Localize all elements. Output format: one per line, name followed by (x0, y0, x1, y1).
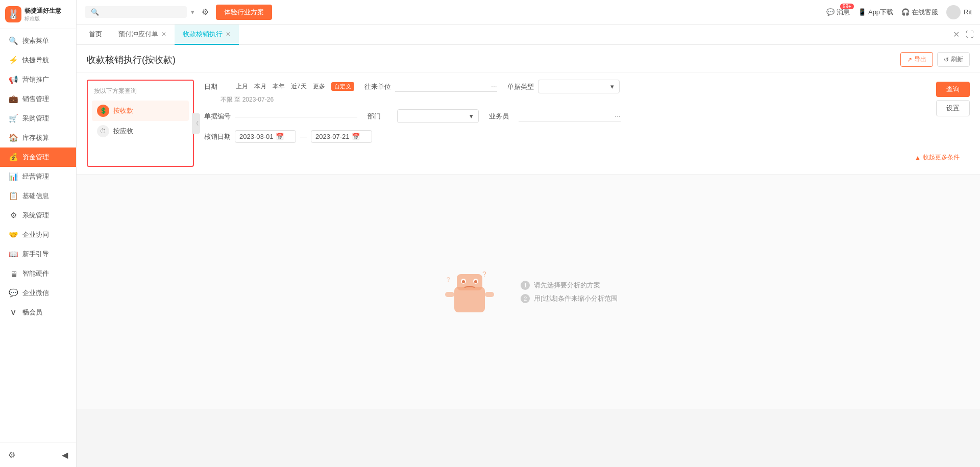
sidebar-item-wechat[interactable]: 💬 企业微信 (0, 283, 76, 303)
sidebar-item-collab[interactable]: 🤝 企业协同 (0, 225, 76, 244)
sidebar-settings-icon[interactable]: ⚙ (5, 448, 18, 462)
staff-group: 业务员 ··· (489, 111, 621, 121)
date-shortcut-this-year[interactable]: 本年 (271, 81, 287, 92)
setting-button[interactable]: 设置 (936, 100, 970, 116)
sidebar-item-hardware[interactable]: 🖥 智能硬件 (0, 264, 76, 283)
sidebar-item-operations[interactable]: 📊 经营管理 (0, 167, 76, 186)
date-shortcut-7days[interactable]: 近7天 (289, 81, 309, 92)
wechat-icon: 💬 (8, 288, 18, 298)
staff-label: 业务员 (489, 112, 514, 121)
filter-option-by-receipt[interactable]: 💲 按收款 (92, 101, 189, 121)
sidebar-item-purchase[interactable]: 🛒 采购管理 (0, 109, 76, 128)
query-button[interactable]: 查询 (936, 82, 970, 97)
svg-point-5 (474, 280, 477, 283)
tab-prepay-close[interactable]: ✕ (161, 31, 166, 38)
sidebar-item-quicknav[interactable]: ⚡ 快捷导航 (0, 51, 76, 70)
empty-tips: 1 请先选择要分析的方案 2 用[过滤]条件来缩小分析范围 (521, 281, 617, 303)
verify-end-calendar-icon[interactable]: 📅 (352, 133, 360, 140)
logo-text: 畅捷通好生意 标准版 (24, 7, 61, 22)
online-service-button[interactable]: 🎧 在线客服 (901, 8, 938, 17)
sidebar-item-search[interactable]: 🔍 搜索菜单 (0, 31, 76, 51)
date-shortcut-more[interactable]: 更多 (311, 81, 327, 92)
sales-icon: 💼 (8, 94, 18, 104)
refresh-button[interactable]: ↺ 刷新 (937, 52, 970, 67)
message-button[interactable]: 💬 消息 99+ (826, 8, 850, 17)
sidebar-item-guide[interactable]: 📖 新手引导 (0, 244, 76, 264)
verify-end-value: 2023-07-21 (315, 133, 350, 140)
collapse-conditions[interactable]: ▲ 收起更多条件 (204, 150, 970, 167)
empty-illustration: ? ? (439, 264, 500, 320)
sidebar-item-system[interactable]: ⚙ 系统管理 (0, 206, 76, 225)
svg-text:?: ? (447, 276, 450, 283)
staff-dots-icon[interactable]: ··· (615, 112, 621, 120)
industry-solution-button[interactable]: 体验行业方案 (216, 5, 272, 20)
doctype-label: 单据类型 (507, 82, 534, 91)
empty-tip-2: 2 用[过滤]条件来缩小分析范围 (521, 294, 617, 303)
app-download-button[interactable]: 📱 App下载 (858, 8, 893, 17)
sidebar-item-label: 经营管理 (22, 172, 49, 181)
docno-input[interactable] (235, 115, 357, 117)
dept-select[interactable]: ▾ (397, 109, 479, 123)
tab-home[interactable]: 首页 (81, 24, 110, 45)
page-content: 收款核销执行(按收款) ↗ 导出 ↺ 刷新 按以下方案查询 (77, 45, 980, 467)
export-button[interactable]: ↗ 导出 (900, 52, 933, 67)
search-area[interactable]: 🔍 (85, 6, 187, 18)
refresh-icon: ↺ (944, 56, 949, 63)
sidebar-item-label: 营销推广 (22, 75, 49, 84)
empty-tip-1: 1 请先选择要分析的方案 (521, 281, 617, 290)
filter-option-by-receivable[interactable]: ⏱ 按应收 (92, 121, 189, 141)
verify-date-group: 核销日期 2023-03-01 📅 — 2023-07-21 📅 (204, 130, 372, 143)
sidebar-collapse-icon[interactable]: ◀ (59, 448, 71, 462)
dept-label: 部门 (368, 112, 393, 121)
docno-label: 单据编号 (204, 112, 231, 121)
verify-date-end-input[interactable]: 2023-07-21 📅 (311, 130, 372, 143)
app-name: 畅捷通好生意 (24, 7, 61, 15)
svg-rect-1 (457, 274, 482, 290)
sidebar-item-marketing[interactable]: 📢 营销推广 (0, 70, 76, 89)
tab-collection[interactable]: 收款核销执行 ✕ (175, 24, 239, 45)
verify-date-start-input[interactable]: 2023-03-01 📅 (235, 130, 296, 143)
user-area[interactable]: Rit (946, 5, 972, 19)
date-shortcut-group: 上月 本月 本年 近7天 更多 自定义 (234, 81, 354, 92)
sidebar-item-label: 企业协同 (22, 230, 49, 239)
sidebar-item-label: 销售管理 (22, 94, 49, 104)
export-label: 导出 (914, 55, 926, 64)
search-dropdown-icon[interactable]: ▾ (191, 8, 194, 16)
page-inner: 收款核销执行(按收款) ↗ 导出 ↺ 刷新 按以下方案查询 (77, 45, 980, 409)
counterpart-dots-icon[interactable]: ··· (491, 82, 497, 90)
sidebar-item-basic[interactable]: 📋 基础信息 (0, 186, 76, 206)
verify-start-calendar-icon[interactable]: 📅 (276, 133, 284, 140)
sidebar-item-sales[interactable]: 💼 销售管理 (0, 89, 76, 109)
tabbar: 首页 预付冲应付单 ✕ 收款核销执行 ✕ ✕ ⛶ (77, 24, 980, 45)
svg-rect-9 (485, 292, 494, 297)
collapse-up-icon: ▲ (915, 154, 921, 161)
date-custom-badge: 自定义 (331, 82, 354, 91)
tab-prepay[interactable]: 预付冲应付单 ✕ (110, 24, 175, 45)
sidebar-nav: 🔍 搜索菜单 ⚡ 快捷导航 📢 营销推广 💼 销售管理 🛒 采购管理 🏠 库存核… (0, 29, 76, 443)
filter-area: 按以下方案查询 💲 按收款 ⏱ 按应收 《 (77, 72, 980, 174)
empty-state-container: ? ? 1 请先选择要分析的方案 (77, 174, 980, 409)
date-shortcut-last-month[interactable]: 上月 (234, 81, 250, 92)
date-shortcut-this-month[interactable]: 本月 (252, 81, 268, 92)
filter-sidebar-collapse[interactable]: 《 (192, 113, 200, 134)
tab-home-label: 首页 (89, 30, 102, 39)
sidebar-item-inventory[interactable]: 🏠 库存核算 (0, 128, 76, 148)
topbar-left: 🔍 ▾ ⚙ 体验行业方案 (85, 5, 820, 20)
doctype-select[interactable]: ▾ (538, 80, 620, 93)
tab-close-all-icon[interactable]: ✕ (951, 28, 962, 41)
sidebar-item-member[interactable]: V 畅会员 (0, 303, 76, 322)
user-avatar (946, 5, 961, 19)
sidebar-item-label: 系统管理 (22, 211, 49, 220)
logo-icon: 🐰 (5, 6, 21, 22)
svg-rect-0 (454, 287, 485, 312)
system-icon: ⚙ (8, 211, 18, 220)
topbar-gear-icon[interactable]: ⚙ (199, 5, 212, 19)
tip-num-2: 2 (521, 294, 530, 303)
sidebar-item-label: 新手引导 (22, 250, 49, 259)
sidebar-item-label: 快捷导航 (22, 56, 49, 65)
tab-expand-icon[interactable]: ⛶ (964, 28, 976, 41)
sidebar-item-finance[interactable]: 💰 资金管理 (0, 148, 76, 167)
svg-rect-8 (445, 292, 454, 297)
tab-collection-close[interactable]: ✕ (226, 31, 231, 38)
by-receivable-icon: ⏱ (97, 125, 109, 137)
